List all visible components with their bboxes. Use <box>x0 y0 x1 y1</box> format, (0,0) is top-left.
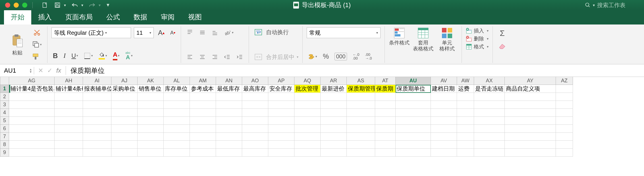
row-header-1[interactable]: 1 <box>0 85 9 93</box>
col-header-AT[interactable]: AT <box>375 77 396 85</box>
increase-font-button[interactable]: A▴ <box>157 27 166 38</box>
comma-button[interactable]: 000 <box>333 51 348 62</box>
cell-AV8[interactable] <box>431 141 457 149</box>
tab-home[interactable]: 开始 <box>4 10 31 24</box>
col-header-AM[interactable]: AM <box>190 77 216 85</box>
cell-AG5[interactable] <box>9 117 55 125</box>
cell-AR4[interactable] <box>321 109 347 117</box>
cell-AO7[interactable] <box>242 133 268 141</box>
cell-AY8[interactable] <box>505 141 556 149</box>
cell-AK2[interactable] <box>138 93 164 101</box>
cell-AO2[interactable] <box>242 93 268 101</box>
cell-AW7[interactable] <box>457 133 474 141</box>
cell-AZ5[interactable] <box>556 117 573 125</box>
cell-AY1[interactable]: 商品自定义项 <box>505 85 556 93</box>
cell-AK4[interactable] <box>138 109 164 117</box>
cell-AX4[interactable] <box>474 109 505 117</box>
col-header-AO[interactable]: AO <box>242 77 268 85</box>
cell-AX2[interactable] <box>474 93 505 101</box>
tab-review[interactable]: 审阅 <box>154 10 181 24</box>
cell-AW2[interactable] <box>457 93 474 101</box>
tab-formulas[interactable]: 公式 <box>99 10 127 24</box>
cell-AZ6[interactable] <box>556 125 573 133</box>
cell-AO9[interactable] <box>242 149 268 157</box>
cell-AU2[interactable] <box>396 93 431 101</box>
cell-AU4[interactable] <box>396 109 431 117</box>
cell-AJ5[interactable] <box>111 117 138 125</box>
cell-AW8[interactable] <box>457 141 474 149</box>
new-file-icon[interactable] <box>41 1 49 9</box>
cell-AI2[interactable] <box>83 93 111 101</box>
cell-AK7[interactable] <box>138 133 164 141</box>
name-box[interactable]: AU1 ▲▼ <box>0 67 34 74</box>
insert-cells-button[interactable]: 插入▾ <box>466 27 489 34</box>
cell-AY3[interactable] <box>505 101 556 109</box>
cell-AM6[interactable] <box>190 125 216 133</box>
decrease-decimal-button[interactable]: .00→.0 <box>364 51 373 62</box>
cell-AX8[interactable] <box>474 141 505 149</box>
cell-AQ4[interactable] <box>294 109 321 117</box>
cell-AT5[interactable] <box>375 117 396 125</box>
cancel-formula-icon[interactable]: ✕ <box>38 67 43 74</box>
col-header-AG[interactable]: AG <box>9 77 55 85</box>
copy-button[interactable]: ▾ <box>31 39 43 50</box>
cell-AW4[interactable] <box>457 109 474 117</box>
cell-AK3[interactable] <box>138 101 164 109</box>
cell-AL7[interactable] <box>164 133 190 141</box>
cell-AT7[interactable] <box>375 133 396 141</box>
cell-styles-button[interactable]: 单元 格样式 <box>437 27 458 52</box>
cell-AP7[interactable] <box>268 133 294 141</box>
row-header-9[interactable]: 9 <box>0 149 9 157</box>
cell-AN5[interactable] <box>216 117 242 125</box>
cell-AI3[interactable] <box>83 101 111 109</box>
fill-color-button[interactable]: ▾ <box>97 50 109 61</box>
cell-AR8[interactable] <box>321 141 347 149</box>
cell-AP9[interactable] <box>268 149 294 157</box>
cell-AK6[interactable] <box>138 125 164 133</box>
cell-AY2[interactable] <box>505 93 556 101</box>
cell-AM9[interactable] <box>190 149 216 157</box>
cell-AM8[interactable] <box>190 141 216 149</box>
cell-AT1[interactable]: 保质期 <box>375 85 396 93</box>
cell-AS2[interactable] <box>347 93 375 101</box>
cell-AH8[interactable] <box>55 141 83 149</box>
cell-AS4[interactable] <box>347 109 375 117</box>
col-header-AR[interactable]: AR <box>321 77 347 85</box>
col-header-AI[interactable]: AI <box>83 77 111 85</box>
cell-AJ4[interactable] <box>111 109 138 117</box>
cell-AN3[interactable] <box>216 101 242 109</box>
cell-AR9[interactable] <box>321 149 347 157</box>
align-right-button[interactable] <box>210 52 220 62</box>
col-header-AJ[interactable]: AJ <box>111 77 138 85</box>
cell-AG2[interactable] <box>9 93 55 101</box>
cell-AL4[interactable] <box>164 109 190 117</box>
align-center-button[interactable] <box>198 52 207 62</box>
col-header-AP[interactable]: AP <box>268 77 294 85</box>
cell-AS3[interactable] <box>347 101 375 109</box>
cell-AH3[interactable] <box>55 101 83 109</box>
cell-AH9[interactable] <box>55 149 83 157</box>
table-format-button[interactable]: 套用 表格格式 <box>413 27 434 52</box>
cell-AX6[interactable] <box>474 125 505 133</box>
cell-AL3[interactable] <box>164 101 190 109</box>
decrease-font-button[interactable]: A▾ <box>169 28 177 37</box>
align-bottom-button[interactable] <box>210 28 220 37</box>
search-input[interactable] <box>597 2 640 9</box>
cell-AM2[interactable] <box>190 93 216 101</box>
cell-AV5[interactable] <box>431 117 457 125</box>
tab-layout[interactable]: 页面布局 <box>59 10 99 24</box>
cell-AM7[interactable] <box>190 133 216 141</box>
cell-AY6[interactable] <box>505 125 556 133</box>
select-all-corner[interactable] <box>0 77 9 85</box>
cell-AV7[interactable] <box>431 133 457 141</box>
fx-icon[interactable]: fx <box>56 67 61 74</box>
cell-AI8[interactable] <box>83 141 111 149</box>
cell-AR1[interactable]: 最新进价 <box>321 85 347 93</box>
save-icon[interactable] <box>54 1 61 9</box>
cell-AO6[interactable] <box>242 125 268 133</box>
underline-button[interactable]: U▾ <box>70 51 80 61</box>
clear-button[interactable] <box>497 41 508 51</box>
increase-decimal-button[interactable]: ←.0.00 <box>351 51 361 62</box>
cell-AU5[interactable] <box>396 117 431 125</box>
font-name-dropdown[interactable]: 等线 Regular (正文)▾ <box>51 27 131 38</box>
